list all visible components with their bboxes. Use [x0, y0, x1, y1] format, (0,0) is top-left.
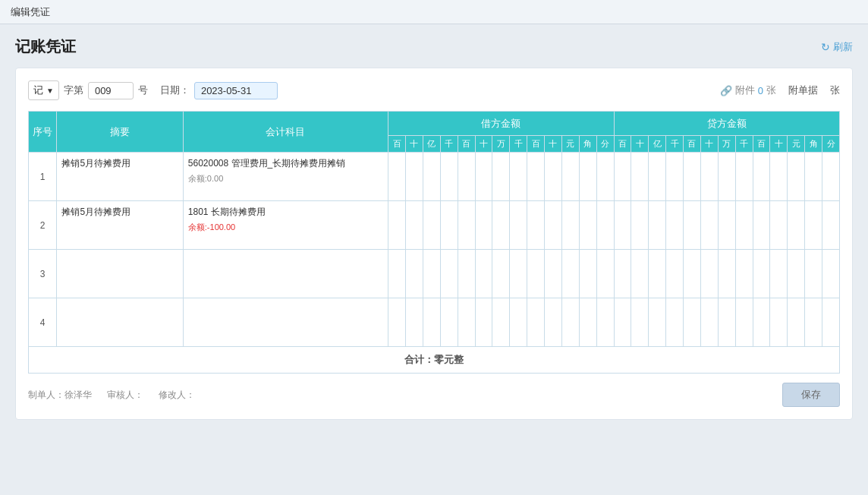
voucher-number-input[interactable] — [88, 82, 134, 99]
row-debit-digit-9[interactable] — [527, 153, 545, 201]
row-debit-digit-5[interactable] — [458, 153, 475, 201]
row-credit-digit-3[interactable] — [649, 201, 666, 250]
row-credit-digit-13[interactable] — [822, 298, 840, 347]
row-credit-digit-9[interactable] — [753, 250, 770, 298]
row-credit-digit-13[interactable] — [822, 250, 840, 298]
row-credit-digit-4[interactable] — [666, 298, 684, 347]
row-credit-digit-3[interactable] — [649, 153, 666, 201]
row-credit-digit-6[interactable] — [700, 298, 718, 347]
row-debit-digit-6[interactable] — [475, 201, 492, 250]
row-summary[interactable]: 摊销5月待摊费用 — [57, 201, 183, 250]
row-credit-digit-2[interactable] — [631, 250, 649, 298]
table-row[interactable]: 1摊销5月待摊费用56020008 管理费用_长期待摊费用摊销余额:0.00 — [29, 153, 840, 201]
row-debit-digit-1[interactable] — [388, 201, 406, 250]
row-debit-digit-1[interactable] — [388, 153, 406, 201]
row-debit-digit-8[interactable] — [510, 250, 527, 298]
row-credit-digit-8[interactable] — [735, 201, 753, 250]
row-debit-digit-7[interactable] — [492, 201, 510, 250]
row-credit-digit-4[interactable] — [666, 153, 684, 201]
row-credit-digit-1[interactable] — [614, 201, 631, 250]
row-account[interactable]: 56020008 管理费用_长期待摊费用摊销余额:0.00 — [183, 153, 388, 201]
row-credit-digit-6[interactable] — [700, 250, 718, 298]
row-debit-digit-12[interactable] — [579, 250, 596, 298]
row-credit-digit-11[interactable] — [788, 201, 805, 250]
row-summary[interactable]: 摊销5月待摊费用 — [57, 153, 183, 201]
row-credit-digit-5[interactable] — [684, 250, 701, 298]
row-debit-digit-10[interactable] — [545, 250, 562, 298]
row-debit-digit-8[interactable] — [510, 298, 527, 347]
row-credit-digit-12[interactable] — [805, 298, 822, 347]
row-debit-digit-6[interactable] — [475, 298, 492, 347]
row-credit-digit-13[interactable] — [822, 153, 840, 201]
row-credit-digit-7[interactable] — [718, 250, 735, 298]
row-credit-digit-12[interactable] — [805, 153, 822, 201]
row-debit-digit-11[interactable] — [561, 250, 579, 298]
table-row[interactable]: 4 — [29, 298, 840, 347]
row-credit-digit-13[interactable] — [822, 201, 840, 250]
row-debit-digit-9[interactable] — [527, 298, 545, 347]
table-row[interactable]: 3 — [29, 250, 840, 298]
row-debit-digit-13[interactable] — [596, 250, 614, 298]
row-credit-digit-11[interactable] — [788, 298, 805, 347]
row-credit-digit-3[interactable] — [649, 298, 666, 347]
row-credit-digit-7[interactable] — [718, 153, 735, 201]
row-debit-digit-4[interactable] — [440, 298, 458, 347]
row-account[interactable] — [183, 298, 388, 347]
row-debit-digit-10[interactable] — [545, 201, 562, 250]
row-debit-digit-9[interactable] — [527, 201, 545, 250]
row-credit-digit-1[interactable] — [614, 153, 631, 201]
row-debit-digit-4[interactable] — [440, 153, 458, 201]
row-credit-digit-4[interactable] — [666, 250, 684, 298]
row-account[interactable] — [183, 250, 388, 298]
row-debit-digit-7[interactable] — [492, 298, 510, 347]
row-debit-digit-12[interactable] — [579, 298, 596, 347]
row-credit-digit-5[interactable] — [684, 201, 701, 250]
row-credit-digit-6[interactable] — [700, 201, 718, 250]
table-row[interactable]: 2摊销5月待摊费用1801 长期待摊费用余额:-100.00 — [29, 201, 840, 250]
row-debit-digit-13[interactable] — [596, 201, 614, 250]
row-debit-digit-2[interactable] — [406, 201, 423, 250]
row-debit-digit-11[interactable] — [561, 153, 579, 201]
row-debit-digit-6[interactable] — [475, 250, 492, 298]
voucher-type-select[interactable]: 记 ▼ — [28, 80, 59, 100]
row-credit-digit-9[interactable] — [753, 153, 770, 201]
row-debit-digit-13[interactable] — [596, 298, 614, 347]
row-credit-digit-10[interactable] — [770, 298, 788, 347]
row-credit-digit-9[interactable] — [753, 298, 770, 347]
row-credit-digit-2[interactable] — [631, 298, 649, 347]
row-credit-digit-11[interactable] — [788, 250, 805, 298]
row-credit-digit-8[interactable] — [735, 298, 753, 347]
row-debit-digit-12[interactable] — [579, 201, 596, 250]
row-debit-digit-4[interactable] — [440, 250, 458, 298]
row-debit-digit-3[interactable] — [423, 153, 440, 201]
row-credit-digit-5[interactable] — [684, 153, 701, 201]
date-input[interactable] — [194, 82, 278, 99]
row-debit-digit-7[interactable] — [492, 153, 510, 201]
row-debit-digit-3[interactable] — [423, 250, 440, 298]
row-credit-digit-11[interactable] — [788, 153, 805, 201]
row-debit-digit-11[interactable] — [561, 298, 579, 347]
row-credit-digit-5[interactable] — [684, 298, 701, 347]
row-debit-digit-1[interactable] — [388, 250, 406, 298]
row-credit-digit-7[interactable] — [718, 298, 735, 347]
row-debit-digit-7[interactable] — [492, 250, 510, 298]
row-account[interactable]: 1801 长期待摊费用余额:-100.00 — [183, 201, 388, 250]
row-debit-digit-3[interactable] — [423, 201, 440, 250]
row-debit-digit-2[interactable] — [406, 153, 423, 201]
row-debit-digit-11[interactable] — [561, 201, 579, 250]
attach-single-doc[interactable]: 附单据 — [788, 84, 818, 97]
row-debit-digit-2[interactable] — [406, 250, 423, 298]
row-credit-digit-4[interactable] — [666, 201, 684, 250]
row-debit-digit-5[interactable] — [458, 298, 475, 347]
row-debit-digit-10[interactable] — [545, 153, 562, 201]
row-debit-digit-3[interactable] — [423, 298, 440, 347]
row-credit-digit-2[interactable] — [631, 153, 649, 201]
row-summary[interactable] — [57, 298, 183, 347]
row-credit-digit-12[interactable] — [805, 201, 822, 250]
row-credit-digit-2[interactable] — [631, 201, 649, 250]
row-debit-digit-5[interactable] — [458, 250, 475, 298]
row-debit-digit-6[interactable] — [475, 153, 492, 201]
row-debit-digit-5[interactable] — [458, 201, 475, 250]
row-credit-digit-1[interactable] — [614, 250, 631, 298]
attachment-link[interactable]: 🔗 附件 0 张 — [720, 84, 776, 97]
